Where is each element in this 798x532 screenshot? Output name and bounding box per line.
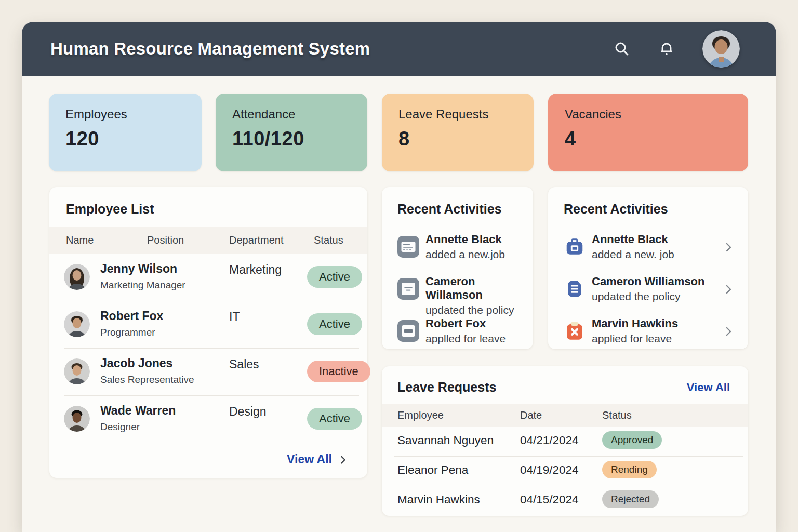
recent-activities-card-left: Recent Activities xyxy=(382,187,533,349)
column-header-employee: Employee xyxy=(397,409,444,421)
activity-action: applled for leave xyxy=(425,332,506,345)
activity-action: added a new. job xyxy=(592,248,674,261)
document-solid-icon xyxy=(397,320,419,342)
activity-person: Robert Fox xyxy=(425,317,506,330)
employee-name: Jacob Jones xyxy=(100,356,172,370)
employee-position: Marketing Manager xyxy=(100,280,185,291)
document-form-icon xyxy=(397,236,419,258)
avatar xyxy=(64,264,90,290)
employee-department: Design xyxy=(229,405,267,419)
table-row[interactable]: Eleanor Pena 04/19/2024 Rending xyxy=(382,456,748,486)
activity-action: added a new.job xyxy=(425,248,505,261)
activity-text: Robert Fox applled for leave xyxy=(425,317,506,345)
header-actions xyxy=(613,30,740,68)
activity-person: Marvin Hawkins xyxy=(592,317,678,330)
list-item[interactable]: Robert Fox applled for leave xyxy=(382,314,533,356)
leave-table-header: Employee Date Status xyxy=(382,404,748,427)
chevron-right-icon xyxy=(337,454,349,466)
table-row[interactable]: Savannah Nguyen 04/21/2024 Approved xyxy=(382,427,748,456)
list-item[interactable]: Marvin Hawkins applied for leave xyxy=(548,314,748,356)
stat-label: Vacancies xyxy=(565,107,732,122)
leave-date: 04/21/2024 xyxy=(520,434,579,447)
recent-activities-title: Recent Activities xyxy=(564,202,668,217)
status-badge: Rending xyxy=(602,461,657,478)
employee-department: Sales xyxy=(229,357,259,371)
stat-value: 110/120 xyxy=(232,128,351,150)
activity-text: Cameron Williamson updated the policy xyxy=(592,275,704,303)
app-header: Human Resource Management System xyxy=(22,22,776,76)
employee-list-title: Employee List xyxy=(66,202,154,217)
app-window: Human Resource Management System xyxy=(22,22,776,532)
search-icon[interactable] xyxy=(613,40,631,58)
avatar xyxy=(64,406,90,432)
activity-text: Marvin Hawkins applied for leave xyxy=(592,317,678,345)
status-badge: Rejected xyxy=(602,490,659,508)
list-item[interactable]: Cameron Willamson updated the policy xyxy=(382,272,533,314)
table-row[interactable]: Jacob Jones Sales Representative Sales I… xyxy=(49,348,367,395)
activity-person: Cameron Willamson xyxy=(425,275,533,302)
status-badge: Approved xyxy=(602,431,662,449)
clipboard-x-icon xyxy=(564,320,586,342)
list-item[interactable]: Cameron Williamson updated the policy xyxy=(548,272,748,314)
stat-value: 120 xyxy=(65,128,185,150)
activity-action: applied for leave xyxy=(592,332,678,345)
document-icon xyxy=(564,278,586,300)
chevron-right-icon[interactable] xyxy=(722,325,735,338)
stat-card-employees: Employees 120 xyxy=(49,94,202,171)
hrms-dashboard: Human Resource Management System xyxy=(0,0,798,532)
leave-requests-title: Leave Requests xyxy=(397,380,496,395)
recent-activities-title: Recent Activities xyxy=(397,202,502,217)
activity-person: Annette Black xyxy=(592,233,674,246)
employee-name: Robert Fox xyxy=(100,309,163,323)
list-item[interactable]: Annette Black added a new. job xyxy=(548,230,748,272)
app-title: Human Resource Management System xyxy=(50,39,370,59)
stat-label: Attendance xyxy=(232,107,351,122)
status-badge: Active xyxy=(307,313,362,335)
employee-department: IT xyxy=(229,310,240,324)
view-all-label: View All xyxy=(287,453,332,467)
stat-card-leave-requests: Leave Requests 8 xyxy=(382,94,534,171)
table-row[interactable]: Marvin Hawkins 04/15/2024 Rejected xyxy=(382,486,748,515)
recent-activities-card-right: Recent Activities Annette Black xyxy=(548,187,748,349)
leave-requests-card: Leave Requests View All Employee Date St… xyxy=(382,366,748,516)
column-header-date: Date xyxy=(520,409,542,421)
view-all-label: View All xyxy=(687,381,730,394)
notifications-bell-icon[interactable] xyxy=(658,40,675,58)
leave-employee: Savannah Nguyen xyxy=(397,434,494,447)
table-row[interactable]: Jenny Wilson Marketing Manager Marketing… xyxy=(49,254,367,301)
briefcase-icon xyxy=(564,236,586,258)
employee-position: Programmer xyxy=(100,327,155,338)
activity-action: updated the policy xyxy=(592,290,704,303)
table-row[interactable]: Wade Warren Designer Design Active xyxy=(49,395,367,443)
stat-label: Employees xyxy=(65,107,185,122)
chevron-right-icon[interactable] xyxy=(722,241,735,254)
employee-name: Wade Warren xyxy=(100,404,176,418)
table-row[interactable]: Robert Fox Programmer IT Active xyxy=(49,301,367,348)
avatar xyxy=(64,358,90,384)
activity-text: Annette Black added a new. job xyxy=(592,233,674,261)
leave-requests-view-all-link[interactable]: View All xyxy=(687,381,730,394)
employee-list-view-all-link[interactable]: View All xyxy=(287,453,349,467)
column-header-status: Status xyxy=(602,409,632,421)
stat-card-attendance: Attendance 110/120 xyxy=(216,94,367,171)
employee-department: Marketing xyxy=(229,263,282,277)
column-header-status: Status xyxy=(314,234,343,246)
leave-date: 04/19/2024 xyxy=(520,463,579,477)
status-badge: Active xyxy=(307,266,362,288)
stat-value: 4 xyxy=(565,128,732,150)
leave-employee: Eleanor Pena xyxy=(397,463,468,477)
employee-table-body: Jenny Wilson Marketing Manager Marketing… xyxy=(49,254,367,443)
leave-date: 04/15/2024 xyxy=(520,493,579,507)
column-header-position: Position xyxy=(147,234,184,246)
employee-name: Jenny Wilson xyxy=(100,262,177,276)
user-avatar[interactable] xyxy=(702,30,740,68)
status-badge: Inactive xyxy=(307,361,370,382)
activity-list: Annette Black added a new.job xyxy=(382,230,533,356)
employee-table-header: Name Position Department Status xyxy=(49,227,367,254)
status-badge: Active xyxy=(307,408,362,430)
chevron-right-icon[interactable] xyxy=(722,283,735,296)
column-header-name: Name xyxy=(66,234,94,246)
leave-employee: Marvin Hawkins xyxy=(397,493,480,507)
list-item[interactable]: Annette Black added a new.job xyxy=(382,230,533,272)
column-header-department: Department xyxy=(229,234,284,246)
